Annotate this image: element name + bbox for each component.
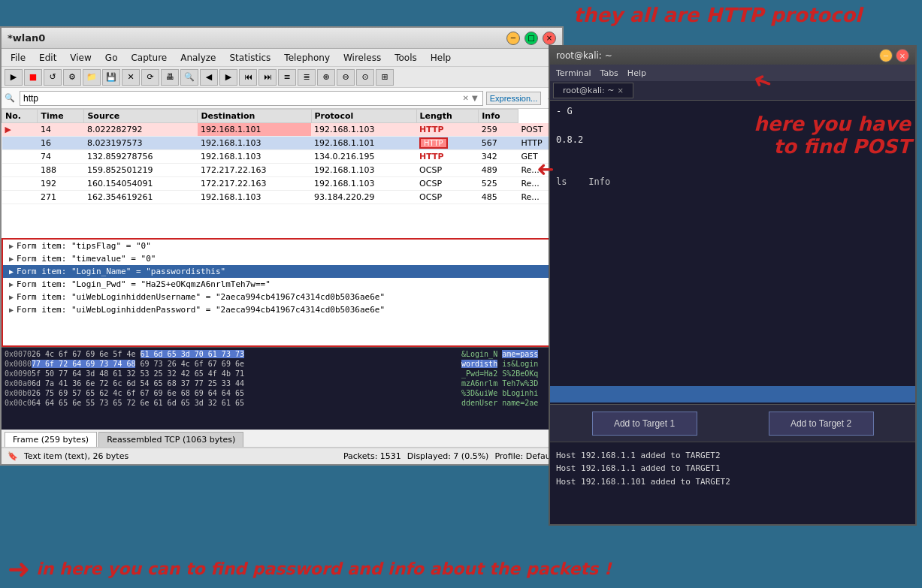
row-indicator: [2, 137, 38, 150]
menu-statistics[interactable]: Statistics: [223, 51, 277, 65]
close-button[interactable]: ×: [543, 32, 556, 45]
terminal-tab[interactable]: root@kali: ~ ×: [553, 83, 633, 98]
tab-frame[interactable]: Frame (259 bytes): [5, 432, 97, 447]
filter-input[interactable]: [23, 93, 461, 104]
toolbar-autoscroll[interactable]: ≣: [298, 69, 316, 86]
toolbar-restart[interactable]: ↺: [44, 69, 62, 86]
expand-arrow: ▶: [9, 293, 14, 301]
annotation-bottom: ➜ in here you can to find password and i…: [0, 553, 922, 584]
toolbar-save[interactable]: 💾: [102, 69, 120, 86]
table-row[interactable]: 271162.354619261192.168.1.10393.184.220.…: [2, 191, 563, 204]
minimize-button[interactable]: −: [506, 32, 520, 45]
packet-no: 14: [38, 123, 84, 137]
toolbar-first[interactable]: ⏮: [239, 69, 257, 86]
terminal-menu-tabs[interactable]: Tabs: [600, 68, 618, 78]
toolbar-find[interactable]: 🔍: [180, 69, 198, 86]
tab-bar: Frame (259 bytes) Reassembled TCP (1063 …: [2, 430, 562, 448]
menu-help[interactable]: Help: [425, 51, 457, 65]
menu-capture[interactable]: Capture: [125, 51, 173, 65]
toolbar-open[interactable]: 📁: [83, 69, 101, 86]
toolbar-print[interactable]: 🖶: [161, 69, 179, 86]
detail-item[interactable]: ▶Form item: "tipsFlag" = "0": [3, 240, 561, 252]
menu-view[interactable]: View: [64, 51, 97, 65]
terminal-menu-terminal[interactable]: Terminal: [556, 68, 591, 78]
toolbar-colorize[interactable]: ≡: [278, 69, 296, 86]
table-row[interactable]: 188159.852501219172.217.22.163192.168.1.…: [2, 164, 563, 177]
table-row[interactable]: ▶148.022282792192.168.1.101192.168.1.103…: [2, 123, 563, 137]
annotation-text-middle-1: here you have: [754, 113, 911, 135]
hex-row: 0x00a0 6d 7a 41 36 6e 72 6c 6d 54 65 68 …: [5, 378, 559, 388]
filter-clear-icon[interactable]: ✕: [461, 94, 470, 102]
terminal-minimize[interactable]: −: [879, 49, 893, 62]
terminal-line: [556, 161, 909, 174]
packet-dst: 192.168.1.103: [311, 123, 416, 137]
col-no: No.: [2, 110, 38, 123]
detail-item[interactable]: ▶Form item: "uiWebLoginhiddenPassword" =…: [3, 303, 561, 316]
terminal-tab-close[interactable]: ×: [618, 86, 624, 95]
packet-length: 489: [479, 164, 518, 177]
maximize-button[interactable]: □: [524, 32, 538, 45]
toolbar-last[interactable]: ⏭: [258, 69, 277, 86]
toolbar-zoom-in[interactable]: ⊕: [317, 69, 335, 86]
terminal-menu-help[interactable]: Help: [627, 68, 646, 78]
toolbar-prev[interactable]: ◀: [200, 69, 218, 86]
packet-length: 485: [479, 191, 518, 204]
row-indicator: [2, 191, 38, 204]
toolbar-next[interactable]: ▶: [219, 69, 237, 86]
add-to-target1-button[interactable]: Add to Target 1: [592, 412, 697, 436]
toolbar-stop[interactable]: ■: [24, 69, 42, 86]
table-row[interactable]: 192160.154054091172.217.22.163192.168.1.…: [2, 177, 563, 191]
packet-src: 192.168.1.103: [198, 150, 311, 164]
menu-analyze[interactable]: Analyze: [174, 51, 222, 65]
packet-time: 160.154054091: [84, 177, 198, 191]
col-protocol: Protocol: [311, 110, 416, 123]
hex-bytes: 26 75 69 57 65 62 4c 6f 67 69 6e 68 69 6…: [32, 389, 457, 397]
add-to-target2-button[interactable]: Add to Target 2: [769, 412, 874, 436]
toolbar-reload[interactable]: ⟳: [141, 69, 159, 86]
packet-dst: 93.184.220.29: [311, 191, 416, 204]
detail-item[interactable]: ▶Form item: "timevalue" = "0": [3, 252, 561, 265]
toolbar-zoom-reset[interactable]: ⊙: [356, 69, 374, 86]
annotation-find-post: here you have to find POST: [754, 113, 911, 158]
packet-protocol: HTTP: [416, 150, 479, 164]
packet-detail-pane: ▶Form item: "tipsFlag" = "0"▶Form item: …: [2, 238, 562, 347]
menu-file[interactable]: File: [5, 51, 32, 65]
detail-item[interactable]: ▶Form item: "Login_Name" = "passwordisth…: [3, 265, 561, 278]
annotation-text-bottom: in here you can to find password and inf…: [36, 559, 612, 578]
detail-item[interactable]: ▶Form item: "uiWebLoginhiddenUsername" =…: [3, 291, 561, 303]
tab-reassembled[interactable]: Reassembled TCP (1063 bytes): [98, 432, 243, 447]
filter-dropdown-icon[interactable]: ▼: [470, 94, 479, 102]
hex-bytes: 26 4c 6f 67 69 6e 5f 4e 61 6d 65 3d 70 6…: [32, 350, 457, 358]
toolbar-start[interactable]: ▶: [5, 69, 23, 86]
packet-src: 192.168.1.103: [198, 191, 311, 204]
status-displayed: Displayed: 7 (0.5%): [407, 451, 489, 461]
packet-length: 259: [479, 123, 518, 137]
target-area: Add to Target 1 Add to Target 2: [550, 404, 915, 442]
toolbar-zoom-out[interactable]: ⊖: [337, 69, 355, 86]
menu-go[interactable]: Go: [99, 51, 124, 65]
menu-tools[interactable]: Tools: [388, 51, 423, 65]
window-title: *wlan0: [8, 32, 45, 44]
hex-ascii: %3D&uiWe bLoginhi: [461, 389, 559, 397]
detail-text: Form item: "Login_Pwd" = "Ha2S+eOKqmzA6n…: [17, 279, 271, 289]
menu-edit[interactable]: Edit: [33, 51, 62, 65]
hex-ascii: _Pwd=Ha2 S%2BeOKq: [461, 369, 559, 378]
table-row[interactable]: 168.023197573192.168.1.103192.168.1.101H…: [2, 137, 563, 150]
expression-button[interactable]: Expression...: [486, 92, 542, 105]
menu-bar: File Edit View Go Capture Analyze Statis…: [2, 49, 562, 67]
toolbar-resize[interactable]: ⊞: [376, 69, 394, 86]
table-row[interactable]: 74132.859278756192.168.1.103134.0.216.19…: [2, 150, 563, 164]
hex-bytes: 64 64 65 6e 55 73 65 72 6e 61 6d 65 3d 3…: [32, 399, 457, 407]
toolbar-close[interactable]: ✕: [122, 69, 140, 86]
menu-telephony[interactable]: Telephony: [278, 51, 336, 65]
menu-wireless[interactable]: Wireless: [337, 51, 387, 65]
status-profile: Profile: Default: [494, 451, 556, 461]
packet-dst: 192.168.1.103: [311, 164, 416, 177]
packet-length: 342: [479, 150, 518, 164]
detail-item[interactable]: ▶Form item: "Login_Pwd" = "Ha2S+eOKqmzA6…: [3, 278, 561, 291]
hex-row: 0x00b0 26 75 69 57 65 62 4c 6f 67 69 6e …: [5, 388, 559, 398]
window-controls: − □ ×: [506, 32, 556, 45]
col-source: Source: [84, 110, 198, 123]
terminal-close[interactable]: ×: [896, 49, 909, 62]
toolbar-options[interactable]: ⚙: [63, 69, 81, 86]
